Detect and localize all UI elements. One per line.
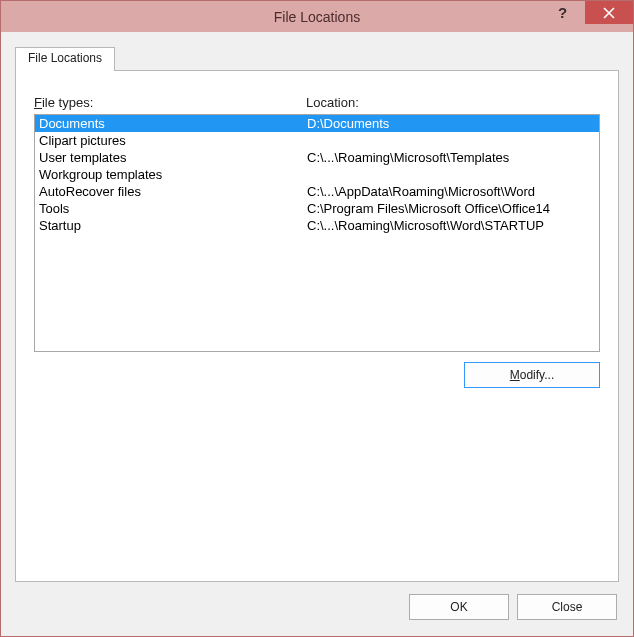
client-area: File Locations File types: Location: Doc…: [1, 32, 633, 636]
dialog-footer: OK Close: [15, 594, 619, 622]
cell-location: [307, 166, 595, 183]
header-file-types: File types:: [34, 95, 306, 110]
cell-location: C:\...\Roaming\Microsoft\Templates: [307, 149, 595, 166]
cell-location: D:\Documents: [307, 115, 595, 132]
cell-location: C:\Program Files\Microsoft Office\Office…: [307, 200, 595, 217]
list-row[interactable]: Startup C:\...\Roaming\Microsoft\Word\ST…: [35, 217, 599, 234]
cell-type: Startup: [39, 217, 307, 234]
tabstrip: File Locations: [15, 46, 619, 70]
help-button[interactable]: ?: [540, 1, 585, 24]
file-locations-listbox[interactable]: Documents D:\Documents Clipart pictures …: [34, 114, 600, 352]
titlebar: File Locations ?: [1, 1, 633, 32]
ok-button[interactable]: OK: [409, 594, 509, 620]
cell-type: Workgroup templates: [39, 166, 307, 183]
modify-row: Modify...: [34, 362, 600, 388]
list-row[interactable]: Documents D:\Documents: [35, 115, 599, 132]
close-button[interactable]: Close: [517, 594, 617, 620]
modify-button[interactable]: Modify...: [464, 362, 600, 388]
cell-type: User templates: [39, 149, 307, 166]
cell-location: [307, 132, 595, 149]
list-row[interactable]: Tools C:\Program Files\Microsoft Office\…: [35, 200, 599, 217]
dialog-window: File Locations ? File Locations: [0, 0, 634, 637]
tabpanel: File types: Location: Documents D:\Docum…: [15, 70, 619, 582]
cell-type: Documents: [39, 115, 307, 132]
titlebar-controls: ?: [540, 1, 633, 32]
tab-file-locations[interactable]: File Locations: [15, 47, 115, 71]
help-icon: ?: [558, 4, 567, 21]
cell-type: Clipart pictures: [39, 132, 307, 149]
cell-type: AutoRecover files: [39, 183, 307, 200]
cell-location: C:\...\Roaming\Microsoft\Word\STARTUP: [307, 217, 595, 234]
list-row[interactable]: Workgroup templates: [35, 166, 599, 183]
list-row[interactable]: Clipart pictures: [35, 132, 599, 149]
tabset: File Locations File types: Location: Doc…: [15, 46, 619, 582]
close-icon: [603, 7, 615, 19]
tab-label: File Locations: [28, 51, 102, 65]
header-location: Location:: [306, 95, 600, 110]
close-window-button[interactable]: [585, 1, 633, 24]
cell-type: Tools: [39, 200, 307, 217]
list-row[interactable]: User templates C:\...\Roaming\Microsoft\…: [35, 149, 599, 166]
list-row[interactable]: AutoRecover files C:\...\AppData\Roaming…: [35, 183, 599, 200]
column-headers: File types: Location:: [34, 95, 600, 110]
cell-location: C:\...\AppData\Roaming\Microsoft\Word: [307, 183, 595, 200]
window-title: File Locations: [1, 9, 633, 25]
